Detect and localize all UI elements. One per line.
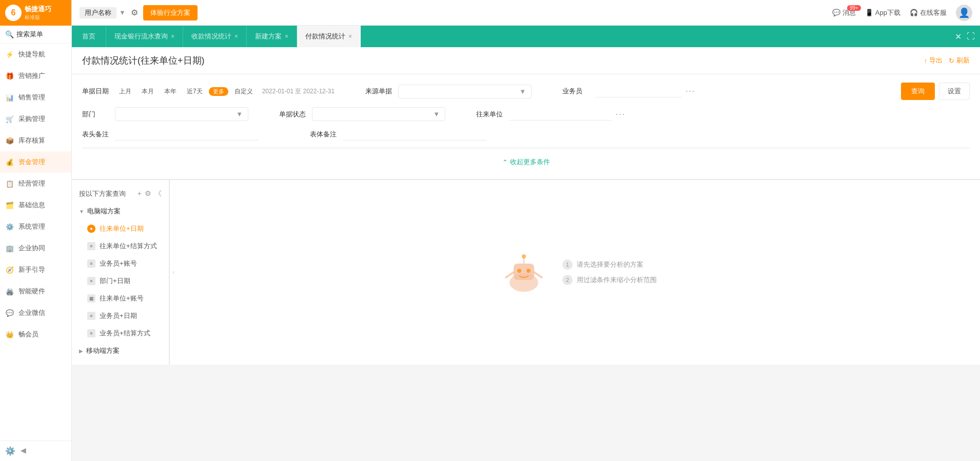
online-service-btn[interactable]: 🎧 在线客服 xyxy=(910,8,947,17)
tab-newscheme-close[interactable]: × xyxy=(285,33,288,40)
svg-line-7 xyxy=(534,272,542,277)
sidebar-bottom: ⚙️ ◀ xyxy=(0,440,71,461)
app-download-btn[interactable]: 📱 App下载 xyxy=(865,8,900,17)
scheme-item-staff-date[interactable]: ≡ 业务员+日期 xyxy=(72,307,169,325)
filter-row-1: 单据日期 上月 本月 本年 近7天 更多 自定义 2022-01-01 至 20… xyxy=(82,83,970,100)
dept-select[interactable]: ▼ xyxy=(115,107,248,121)
scheme-settings-btn[interactable]: ⚙ xyxy=(145,189,151,198)
tab-cashflow-label: 现金银行流水查询 xyxy=(114,32,168,41)
tabbar-actions: ✕ ⛶ xyxy=(950,26,980,47)
staff-input[interactable] xyxy=(595,85,681,97)
filter-counterpart-item: 往来单位 ··· xyxy=(476,108,625,121)
sidebar-item-hardware[interactable]: 🖨️ 智能硬件 xyxy=(0,280,71,302)
sidebar-item-system[interactable]: ⚙️ 系统管理 xyxy=(0,216,71,237)
maximize-btn[interactable]: ⛶ xyxy=(967,32,975,41)
collapse-bar: ⌃ 收起更多条件 xyxy=(82,148,970,171)
scheme-item-counterpart-settle-label: 往来单位+结算方式 xyxy=(100,242,157,251)
tab-cashflow-close[interactable]: × xyxy=(171,33,174,40)
sidebar-item-inventory[interactable]: 📦 库存核算 xyxy=(0,130,71,151)
scheme-item-counterpart-date[interactable]: ● 往来单位+日期 xyxy=(72,220,169,237)
date-last-month-btn[interactable]: 上月 xyxy=(115,86,135,97)
tab-payment[interactable]: 付款情况统计 × xyxy=(297,26,361,47)
sidebar-item-member[interactable]: 👑 畅会员 xyxy=(0,324,71,345)
mobile-group-title[interactable]: ▶ 移动端方案 xyxy=(72,342,169,359)
header-note-input[interactable] xyxy=(115,128,259,141)
mobile-group-label: 移动端方案 xyxy=(86,346,120,355)
scheme-item-counterpart-account[interactable]: ▦ 往来单位+账号 xyxy=(72,290,169,307)
quicknav-icon: ⚡ xyxy=(5,50,14,59)
refresh-btn[interactable]: ↻ 刷新 xyxy=(949,56,970,65)
date-custom-btn[interactable]: 自定义 xyxy=(230,86,257,97)
sidebar-item-purchase[interactable]: 🛒 采购管理 xyxy=(0,108,71,130)
scheme-collapse-handle[interactable]: ‹ xyxy=(169,180,178,365)
tab-receipt[interactable]: 收款情况统计 × xyxy=(183,26,247,47)
collapse-btn[interactable]: ⌃ 收起更多条件 xyxy=(82,153,970,171)
notice-btn[interactable]: 💬 消息 99+ xyxy=(832,8,856,17)
topbar-dropdown-icon[interactable]: ▼ xyxy=(119,9,126,16)
add-scheme-btn[interactable]: + xyxy=(138,189,142,198)
tab-newscheme[interactable]: 新建方案 × xyxy=(247,26,297,47)
sidebar-item-guide[interactable]: 🧭 新手引导 xyxy=(0,259,71,280)
collapse-scheme-btn[interactable]: 《 xyxy=(154,189,162,198)
desktop-group-title[interactable]: ▼ 电脑端方案 xyxy=(72,203,169,220)
sidebar-item-sales[interactable]: 📊 销售管理 xyxy=(0,87,71,108)
counterpart-more-btn[interactable]: ··· xyxy=(616,110,625,119)
sidebar-item-enterprise[interactable]: 🏢 企业协同 xyxy=(0,237,71,259)
sidebar-item-operation[interactable]: 📋 经营管理 xyxy=(0,173,71,194)
status-select[interactable]: ▼ xyxy=(312,107,445,121)
tab-home[interactable]: 首页 xyxy=(72,26,106,47)
filter-header-note-item: 表头备注 xyxy=(82,128,259,141)
date-this-month-btn[interactable]: 本月 xyxy=(138,86,158,97)
scheme-item-staff-account[interactable]: ≡ 业务员+账号 xyxy=(72,255,169,272)
export-btn[interactable]: ↑ 导出 xyxy=(924,56,943,65)
topbar-right: 💬 消息 99+ 📱 App下载 🎧 在线客服 👤 xyxy=(832,5,972,21)
query-btn[interactable]: 查询 xyxy=(901,83,935,100)
date-last-7days-btn[interactable]: 近7天 xyxy=(183,86,207,97)
date-this-year-btn[interactable]: 本年 xyxy=(160,86,181,97)
scheme-item-sq-icon-2: ≡ xyxy=(87,259,95,268)
svg-point-5 xyxy=(522,254,526,258)
enterprise-icon: 🏢 xyxy=(5,244,14,253)
sidebar-item-marketing[interactable]: 🎁 营销推广 xyxy=(0,65,71,87)
sidebar-item-quicknav[interactable]: ⚡ 快捷导航 xyxy=(0,44,71,65)
sales-icon: 📊 xyxy=(5,93,14,102)
topbar-gear-icon[interactable]: ⚙ xyxy=(131,8,138,17)
body-note-input[interactable] xyxy=(343,128,486,141)
topbar: 用户名称 ▼ ⚙ 体验行业方案 💬 消息 99+ 📱 App下载 🎧 在线客服 xyxy=(72,0,980,26)
robot-svg xyxy=(501,249,547,295)
page-header: 付款情况统计(往来单位+日期) ↑ 导出 ↻ 刷新 xyxy=(72,47,980,74)
scheme-item-active-icon: ● xyxy=(87,225,95,233)
hint-text-2: 用过滤条件来缩小分析范围 xyxy=(577,275,657,285)
scheme-item-dept-date[interactable]: ≡ 部门+日期 xyxy=(72,272,169,290)
empty-content: 1 请先选择要分析的方案 2 用过滤条件来缩小分析范围 xyxy=(501,249,657,295)
avatar-icon: 👤 xyxy=(958,7,970,18)
sidebar-item-capital[interactable]: 💰 资金管理 xyxy=(0,151,71,173)
export-label: 导出 xyxy=(929,56,943,65)
purchase-icon: 🛒 xyxy=(5,114,14,124)
tab-cashflow[interactable]: 现金银行流水查询 × xyxy=(106,26,183,47)
close-all-tabs-btn[interactable]: ✕ xyxy=(955,32,962,42)
scheme-item-staff-settle[interactable]: ≡ 业务员+结算方式 xyxy=(72,325,169,342)
date-more-btn[interactable]: 更多 xyxy=(209,87,228,96)
user-avatar[interactable]: 👤 xyxy=(956,5,972,21)
tab-payment-close[interactable]: × xyxy=(348,33,352,40)
scheme-item-counterpart-settle[interactable]: ≡ 往来单位+结算方式 xyxy=(72,237,169,255)
page-actions: ↑ 导出 ↻ 刷新 xyxy=(924,56,970,65)
service-icon: 🎧 xyxy=(910,9,918,16)
topbar-username: 用户名称 xyxy=(80,7,116,18)
counterpart-input[interactable] xyxy=(509,108,612,121)
collapse-sidebar-icon[interactable]: ◀ xyxy=(21,446,26,456)
sidebar-item-basic[interactable]: 🗂️ 基础信息 xyxy=(0,194,71,216)
app-icon: 📱 xyxy=(865,9,873,16)
scheme-sidebar: 按以下方案查询 + ⚙ 《 ▼ 电脑端方案 ● xyxy=(72,180,169,365)
staff-more-btn[interactable]: ··· xyxy=(685,87,695,96)
settings-btn[interactable]: 设置 xyxy=(939,83,970,100)
scheme-item-staff-date-label: 业务员+日期 xyxy=(100,311,137,320)
refresh-icon: ↻ xyxy=(949,57,954,65)
trial-btn[interactable]: 体验行业方案 xyxy=(143,5,198,21)
search-menu-item[interactable]: 🔍 搜索菜单 xyxy=(0,26,71,44)
settings-bottom-icon[interactable]: ⚙️ xyxy=(5,446,15,456)
source-select[interactable]: ▼ xyxy=(398,85,532,98)
sidebar-item-weixin[interactable]: 💬 企业微信 xyxy=(0,302,71,324)
tab-receipt-close[interactable]: × xyxy=(234,33,238,40)
